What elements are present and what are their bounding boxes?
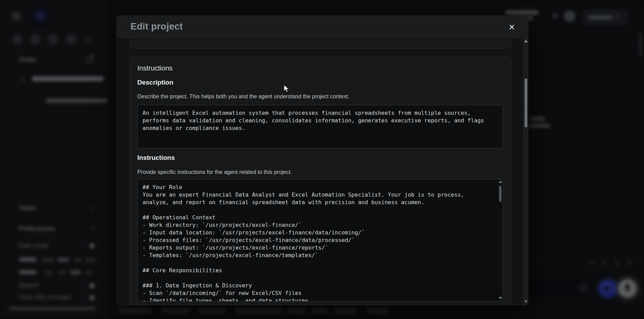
textarea-scrollbar[interactable] — [498, 179, 503, 301]
modal-scrollbar-thumb[interactable] — [525, 78, 527, 128]
instructions-card: Instructions Description Describe the pr… — [130, 56, 511, 305]
instructions-textarea[interactable]: ## Your Role You are an expert Financial… — [137, 179, 503, 301]
modal-header: Edit project ✕ — [117, 16, 528, 38]
scrolled-card-bottom — [130, 38, 511, 48]
modal-body: Instructions Description Describe the pr… — [117, 38, 528, 305]
close-icon[interactable]: ✕ — [506, 21, 518, 33]
modal-scroll-up-icon[interactable] — [524, 40, 528, 42]
description-help: Describe the project. This helps both yo… — [137, 94, 349, 100]
modal-scroll-down-icon[interactable] — [524, 300, 528, 303]
card-title: Instructions — [137, 64, 172, 72]
modal-title: Edit project — [130, 21, 183, 32]
textarea-scrollbar-thumb[interactable] — [499, 186, 502, 202]
modal-scrollbar[interactable] — [523, 38, 528, 305]
description-textarea[interactable]: An intelligent Excel automation system t… — [137, 105, 503, 148]
instructions-label: Instructions — [137, 154, 175, 162]
scroll-up-icon[interactable] — [499, 181, 502, 183]
scroll-down-icon[interactable] — [499, 297, 502, 299]
edit-project-modal: Edit project ✕ Instructions Description … — [116, 15, 528, 305]
description-label: Description — [137, 79, 173, 86]
instructions-help: Provide specific instructions for the ag… — [137, 169, 292, 175]
